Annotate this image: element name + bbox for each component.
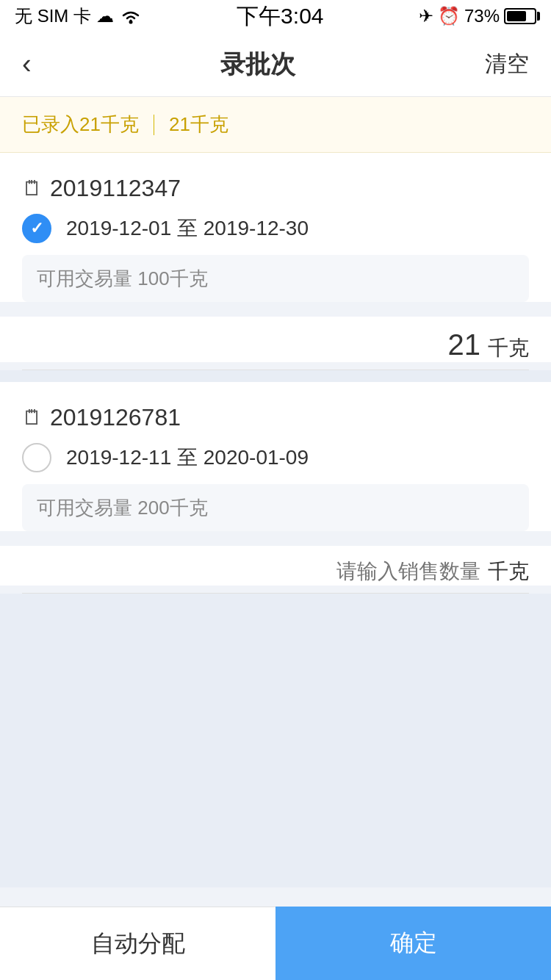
- avail-text-2: 可用交易量 200千克: [37, 497, 208, 519]
- section-break: [0, 370, 551, 382]
- avail-row-1: 可用交易量 100千克: [22, 255, 529, 302]
- confirm-button[interactable]: 确定: [276, 907, 551, 980]
- nav-bar: ‹ 录批次 清空: [0, 32, 551, 97]
- batch-date-row-1: ✓ 2019-12-01 至 2019-12-30: [22, 214, 529, 243]
- avail-row-2: 可用交易量 200千克: [22, 484, 529, 531]
- batch-card-2: 🗒 2019126781 2019-12-11 至 2020-01-09 可用交…: [0, 382, 551, 531]
- batch-id-2: 2019126781: [50, 404, 181, 431]
- total-label: 21千克: [169, 112, 228, 137]
- status-left: 无 SIM 卡 ☁: [15, 4, 142, 28]
- info-bar: 已录入21千克 21千克: [0, 97, 551, 153]
- status-right: ✈ ⏰ 73%: [419, 6, 536, 26]
- batch-icon-1: 🗒: [22, 176, 43, 201]
- avail-text-1: 可用交易量 100千克: [37, 267, 208, 289]
- sim-label: 无 SIM 卡 ☁: [15, 4, 114, 28]
- clear-button[interactable]: 清空: [485, 49, 529, 79]
- batch-header-2: 🗒 2019126781: [22, 404, 529, 431]
- checkmark-1: ✓: [30, 219, 43, 238]
- status-time: 下午3:04: [237, 1, 323, 32]
- batch-icon-2: 🗒: [22, 406, 43, 430]
- page-title: 录批次: [220, 48, 295, 82]
- amount-row-1: 21 千克: [0, 317, 551, 362]
- info-divider: [154, 115, 154, 135]
- date-range-2: 2019-12-11 至 2020-01-09: [66, 444, 309, 472]
- entered-label: 已录入21千克: [22, 112, 139, 137]
- date-range-1: 2019-12-01 至 2019-12-30: [66, 215, 309, 242]
- battery-icon: [504, 8, 536, 24]
- input-unit-2: 千克: [488, 558, 529, 586]
- amount-unit-1: 千克: [488, 334, 529, 362]
- svg-point-0: [129, 21, 132, 24]
- radio-1[interactable]: ✓: [22, 214, 51, 243]
- auto-distribute-button[interactable]: 自动分配: [0, 907, 276, 980]
- batch-header-1: 🗒 2019112347: [22, 175, 529, 202]
- batch-card-1: 🗒 2019112347 ✓ 2019-12-01 至 2019-12-30 可…: [0, 153, 551, 302]
- status-bar: 无 SIM 卡 ☁ 下午3:04 ✈ ⏰ 73%: [0, 0, 551, 32]
- sales-quantity-input[interactable]: [217, 560, 480, 583]
- amount-value-1: 21: [448, 328, 481, 361]
- batch-id-1: 2019112347: [50, 175, 181, 202]
- empty-area: [0, 594, 551, 887]
- alarm-icon: ⏰: [438, 6, 460, 26]
- wifi-icon: [120, 8, 142, 24]
- radio-2[interactable]: [22, 443, 51, 472]
- input-row-2: 千克: [0, 546, 551, 586]
- back-button[interactable]: ‹: [22, 48, 32, 80]
- battery-percent: 73%: [464, 6, 500, 26]
- batch-date-row-2: 2019-12-11 至 2020-01-09: [22, 443, 529, 472]
- location-icon: ✈: [419, 6, 433, 26]
- bottom-bar: 自动分配 确定: [0, 907, 551, 980]
